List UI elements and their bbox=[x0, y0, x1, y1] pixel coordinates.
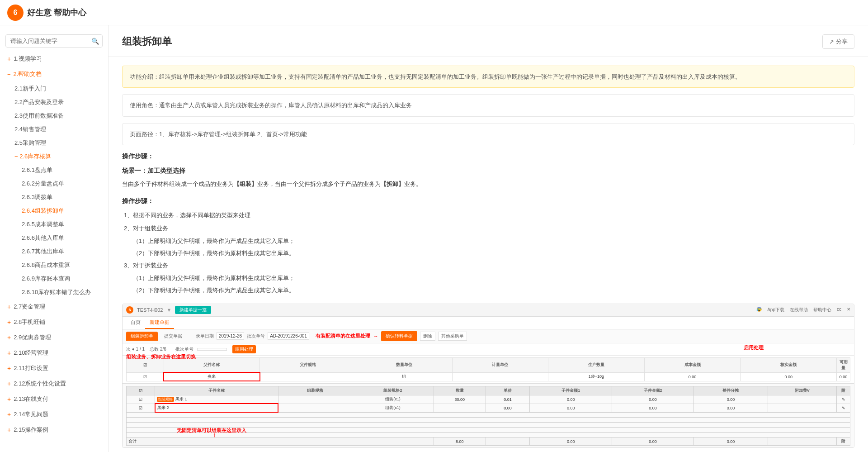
sidebar-item-payment[interactable]: + 2.13在线支付 bbox=[0, 391, 108, 407]
sidebar-item-other-in[interactable]: 2.6.6其他入库单 bbox=[0, 231, 108, 245]
sidebar-item-inventory[interactable]: − 2.6库存核算 bbox=[0, 150, 108, 163]
sidebar-item-faq[interactable]: + 2.14常见问题 bbox=[0, 407, 108, 422]
logo-icon: 6 bbox=[7, 5, 24, 21]
sidebar-item-stocktake[interactable]: 2.6.1盘点单 bbox=[0, 163, 108, 177]
sidebar-item-install[interactable]: 2.2产品安装及登录 bbox=[0, 95, 108, 109]
sidebar-item-stock-ledger[interactable]: 2.6.9库存账本查询 bbox=[0, 272, 108, 285]
plus-icon-7: + bbox=[7, 380, 11, 387]
sidebar-item-assembly[interactable]: 2.6.4组装拆卸单 bbox=[0, 204, 108, 218]
search-box[interactable]: 🔍 bbox=[0, 31, 108, 51]
role-block: 使用角色：通常由生产人员或库管人员完成拆装业务的操作，库管人员确认原材料的出库和… bbox=[122, 94, 854, 116]
app-new-btn[interactable]: 新建单据一览 bbox=[175, 306, 211, 314]
sidebar-item-cost-recalc[interactable]: 2.6.8商品成本重算 bbox=[0, 258, 108, 272]
bth-extra: 附加费V bbox=[768, 386, 837, 395]
sidebar-item-finance[interactable]: + 2.7资金管理 bbox=[0, 299, 108, 314]
sidebar-item-print[interactable]: + 2.11打印设置 bbox=[0, 361, 108, 376]
sidebar-item-management[interactable]: + 2.10经营管理 bbox=[0, 345, 108, 361]
sidebar-label: 2.11打印设置 bbox=[14, 364, 48, 372]
sidebar-label: 2.7资金管理 bbox=[14, 303, 45, 311]
sidebar-item-docs[interactable]: − 2.帮助文档 bbox=[0, 67, 108, 82]
intro-block: 功能介绍：组装拆卸单用来处理企业组装或拆卸等加工业务，支持有固定装配清单的产品加… bbox=[122, 66, 854, 88]
sidebar-item-video[interactable]: + 1.视频学习 bbox=[0, 51, 108, 67]
btd-price-1: 0.01 bbox=[486, 395, 530, 404]
minus-icon: − bbox=[7, 71, 11, 78]
sidebar-label: 1.视频学习 bbox=[14, 55, 42, 63]
batch-value[interactable]: AD-20191226-001 bbox=[268, 332, 309, 340]
step3-sub2: （2）下部明细为子件明细，最终作为产成品生成其它入库单。 bbox=[122, 285, 854, 296]
sub-apply-btn[interactable]: 应用处理 bbox=[232, 345, 256, 353]
sub-label2: 批次单号 bbox=[175, 346, 193, 352]
td-avail-qty: 0.00 bbox=[837, 372, 850, 381]
sidebar-item-coupon[interactable]: + 2.9优惠券管理 bbox=[0, 330, 108, 345]
sidebar-item-data-prep[interactable]: 2.3使用前数据准备 bbox=[0, 109, 108, 123]
bth-child-name: 子件名称 bbox=[155, 386, 278, 395]
sub-label1: 次 ● 1 / 1 总数 2/6 bbox=[126, 346, 166, 352]
sidebar-item-purchase[interactable]: 2.5采购管理 bbox=[0, 136, 108, 150]
sidebar-item-cost-adjust[interactable]: 2.6.5成本调整单 bbox=[0, 218, 108, 231]
step3: 3、对于拆装业务 bbox=[122, 260, 854, 271]
td-checkbox[interactable]: ☑ bbox=[127, 372, 164, 381]
app-nav-new[interactable]: 新建单据 bbox=[145, 317, 174, 329]
btd-act-1[interactable]: ✎ bbox=[837, 395, 850, 404]
annotation4-text: 无固定清单可以组装在这里录入 bbox=[177, 427, 246, 434]
bth-checkbox: ☑ bbox=[127, 386, 155, 395]
td-parent-name: 炎米 bbox=[164, 372, 260, 381]
intro-text: 功能介绍：组装拆卸单用来处理企业组装或拆卸等加工业务，支持有固定装配清单的产品加… bbox=[130, 73, 741, 80]
sidebar-item-system[interactable]: + 2.12系统个性化设置 bbox=[0, 376, 108, 391]
plus-icon-9: + bbox=[7, 411, 11, 418]
btd-alloc-1: 0.00 bbox=[694, 395, 768, 404]
plus-icon-6: + bbox=[7, 365, 11, 372]
page-title: 组装拆卸单 bbox=[122, 35, 172, 48]
sidebar-item-beginner[interactable]: 2.1新手入门 bbox=[0, 82, 108, 95]
th-qty-unit: 数量单位 bbox=[356, 357, 452, 372]
btable-row-1: ☑ 组装规格 黑米 1 组装(x1) 30.00 0.01 0.00 0.00 … bbox=[127, 395, 850, 404]
sidebar-item-sales[interactable]: 2.4销售管理 bbox=[0, 123, 108, 136]
bth-amount2: 子件金额2 bbox=[612, 386, 693, 395]
sidebar-item-cases[interactable]: + 2.15操作案例 bbox=[0, 422, 108, 438]
btd-cb-1[interactable]: ☑ bbox=[127, 395, 155, 404]
bth-spec2: 组装规格2 bbox=[352, 386, 434, 395]
btd-price-2: 0.00 bbox=[486, 404, 530, 412]
bth-qty: 数量 bbox=[434, 386, 486, 395]
sidebar-item-stock-error[interactable]: 2.6.10库存账本错了怎么办 bbox=[0, 285, 108, 299]
app-nav-home[interactable]: 自页 bbox=[126, 317, 145, 329]
app-bottom-table: ☑ 子件名称 组装规格 组装规格2 数量 单价 子件金额1 子件金额2 整件分摊 bbox=[126, 386, 850, 446]
content-body: 功能介绍：组装拆卸单用来处理企业组装或拆卸等加工业务，支持有固定装配清单的产品加… bbox=[108, 57, 868, 452]
btd-act-2[interactable]: ✎ bbox=[837, 404, 850, 412]
app-icons-right: 😰 App下载 在线帮助 帮助中心 cc ✕ bbox=[756, 307, 850, 313]
td-prod-qty: 1袋+10g bbox=[548, 372, 645, 381]
share-icon: ↗ bbox=[829, 38, 834, 45]
sidebar-label: 2.8手机旺铺 bbox=[14, 318, 45, 326]
btd-spec2-1: 组装(x1) bbox=[352, 395, 434, 404]
bth-price: 单价 bbox=[486, 386, 530, 395]
app-delete-btn[interactable]: 删除 bbox=[420, 332, 435, 341]
btd-amt1-1: 0.00 bbox=[530, 395, 612, 404]
share-button[interactable]: ↗ 分享 bbox=[822, 34, 854, 49]
search-input[interactable] bbox=[5, 34, 103, 48]
plus-icon-2: + bbox=[7, 303, 11, 310]
sidebar-item-other-out[interactable]: 2.6.7其他出库单 bbox=[0, 245, 108, 258]
plus-icon-5: + bbox=[7, 349, 11, 357]
main-content: 组装拆卸单 ↗ 分享 功能介绍：组装拆卸单用来处理企业组装或拆卸等加工业务，支持… bbox=[108, 25, 868, 452]
logo-title: 好生意 帮助中心 bbox=[27, 7, 86, 18]
date-value[interactable]: 2019-12-26 bbox=[217, 332, 244, 340]
sidebar-item-partial-stocktake[interactable]: 2.6.2分量盘点单 bbox=[0, 177, 108, 190]
btable-row-3 bbox=[127, 412, 850, 418]
app-tab-submit[interactable]: 提交单据 bbox=[160, 332, 187, 341]
sidebar-item-mobile[interactable]: + 2.8手机旺铺 bbox=[0, 314, 108, 330]
app-edit-btn[interactable]: 其他采购单 bbox=[438, 332, 467, 341]
td-measure-unit bbox=[452, 372, 548, 381]
disassembly-keyword: 【拆卸】 bbox=[381, 181, 404, 187]
app-confirm-btn[interactable]: 确认转料单据 bbox=[381, 331, 417, 341]
step3-sub1: （1）上部明细为父件明细，最终作为原材料生成其它出库单； bbox=[122, 273, 854, 284]
sub-batch[interactable] bbox=[197, 348, 227, 351]
sidebar-item-transfer[interactable]: 2.6.3调拨单 bbox=[0, 190, 108, 204]
btd-cb-2[interactable]: ☑ bbox=[127, 404, 155, 412]
btd-qty-1: 30.00 bbox=[434, 395, 486, 404]
plus-icon-8: + bbox=[7, 395, 11, 403]
app-tab-assembly[interactable]: 组装拆卸单 bbox=[126, 332, 158, 341]
plus-icon-3: + bbox=[7, 319, 11, 326]
step2: 2、对于组装业务 bbox=[122, 223, 854, 234]
td-qty-unit: 组 bbox=[356, 372, 452, 381]
annotation1-text: 有装配清单的在这里处理 bbox=[316, 333, 370, 339]
